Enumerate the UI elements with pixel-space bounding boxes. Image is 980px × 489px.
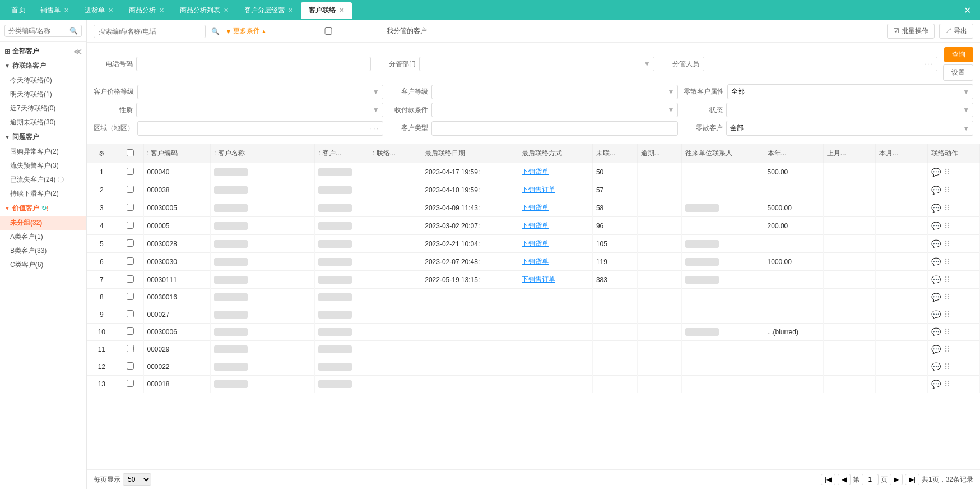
customer-level-input[interactable]: ▼ (431, 85, 679, 99)
chat-icon[interactable]: 💬 (931, 257, 941, 266)
value-item-3[interactable]: C类客户(6) (0, 258, 86, 272)
problem-item-0[interactable]: 囤购异常客户(2) (0, 145, 86, 159)
last-way-link[interactable]: 下销售订单 (522, 275, 555, 283)
value-item-2[interactable]: B类客户(33) (0, 244, 86, 258)
chat-icon[interactable]: 💬 (931, 275, 941, 284)
reset-button[interactable]: 设置 (943, 64, 973, 81)
value-group-header[interactable]: ▼ 价值客户 ↻ ! (0, 201, 86, 216)
more-conditions-button[interactable]: ▼ 更多条件 ▲ (225, 26, 267, 36)
first-page-button[interactable]: |◀ (821, 474, 835, 485)
row-checkbox[interactable] (127, 222, 134, 229)
row-checkbox[interactable] (127, 293, 134, 300)
chat-icon[interactable]: 💬 (931, 186, 941, 195)
search-input[interactable] (94, 25, 206, 38)
chat-icon[interactable]: 💬 (931, 239, 941, 248)
more-icon[interactable]: ⠿ (944, 380, 950, 389)
sidebar-search-icon[interactable]: 🔍 (69, 27, 78, 35)
value-item-0[interactable]: 未分组(32) (0, 216, 86, 230)
chat-icon[interactable]: 💬 (931, 168, 941, 177)
chat-icon[interactable]: 💬 (931, 327, 941, 336)
pending-item-2[interactable]: 近7天待联络(0) (0, 102, 86, 116)
last-way-link[interactable]: 下销货单 (522, 257, 549, 265)
more-icon[interactable]: ⠿ (944, 168, 950, 177)
more-icon[interactable]: ⠿ (944, 310, 950, 319)
row-checkbox[interactable] (127, 168, 134, 175)
next-page-button[interactable]: ▶ (890, 474, 903, 485)
nav-tab-close-1[interactable]: ✕ (108, 7, 113, 14)
per-page-select[interactable]: 50 100 200 (123, 473, 151, 486)
more-icon[interactable]: ⠿ (944, 275, 950, 284)
refresh-icon[interactable]: ↻ (41, 205, 47, 212)
nav-tab-1[interactable]: 进货单✕ (77, 2, 121, 19)
pending-group-header[interactable]: ▼ 待联络客户 (0, 58, 86, 73)
my-customers-checkbox[interactable]: 我分管的客户 (272, 26, 427, 36)
value-item-1[interactable]: A类客户(1) (0, 230, 86, 244)
query-button[interactable]: 查询 (944, 47, 973, 62)
all-customers-header[interactable]: ⊞ 全部客户 ≪ (0, 42, 86, 58)
row-checkbox[interactable] (127, 345, 134, 352)
pending-item-0[interactable]: 今天待联络(0) (0, 73, 86, 87)
my-customers-check[interactable] (272, 27, 384, 35)
nav-tab-3[interactable]: 商品分析列表✕ (172, 2, 236, 19)
select-all-header[interactable] (117, 144, 143, 163)
pending-item-1[interactable]: 明天待联络(1) (0, 87, 86, 102)
problem-item-3[interactable]: 持续下滑客户(2) (0, 187, 86, 201)
row-checkbox[interactable] (127, 257, 134, 265)
more-icon[interactable]: ⠿ (944, 362, 950, 371)
nav-tab-2[interactable]: 商品分析✕ (121, 2, 172, 19)
nav-tab-close-3[interactable]: ✕ (224, 7, 229, 14)
more-icon[interactable]: ⠿ (944, 327, 950, 336)
chat-icon[interactable]: 💬 (931, 222, 941, 230)
person-input[interactable]: ··· (703, 57, 937, 71)
nature-input[interactable]: ▼ (136, 103, 383, 117)
customer-type-input[interactable] (431, 121, 679, 136)
status-input[interactable]: ▼ (726, 103, 973, 117)
more-icon[interactable]: ⠿ (944, 257, 950, 266)
region-input[interactable]: ··· (137, 121, 383, 136)
more-icon[interactable]: ⠿ (944, 345, 950, 354)
phone-input[interactable] (136, 57, 371, 71)
batch-op-button[interactable]: ☑ 批量操作 (887, 24, 934, 39)
problem-group-header[interactable]: ▼ 问题客户 (0, 130, 86, 145)
select-all-checkbox[interactable] (127, 149, 134, 156)
chat-icon[interactable]: 💬 (931, 362, 941, 371)
close-all-button[interactable]: ✕ (959, 5, 976, 16)
payment-input[interactable]: ▼ (431, 103, 679, 117)
last-way-link[interactable]: 下销货单 (522, 239, 549, 247)
more-icon[interactable]: ⠿ (944, 222, 950, 230)
row-checkbox[interactable] (127, 310, 134, 317)
row-checkbox[interactable] (127, 204, 134, 211)
problem-item-2[interactable]: 已流失客户(24) ⓘ (0, 173, 86, 187)
home-tab[interactable]: 首页 (4, 2, 32, 19)
nav-tab-close-0[interactable]: ✕ (64, 7, 69, 14)
last-way-link[interactable]: 下销货单 (522, 222, 549, 229)
last-way-link[interactable]: 下销货单 (522, 168, 549, 176)
chat-icon[interactable]: 💬 (931, 204, 941, 213)
nav-tab-0[interactable]: 销售单✕ (32, 2, 77, 19)
nav-tab-close-4[interactable]: ✕ (288, 7, 293, 14)
nav-tab-close-5[interactable]: ✕ (339, 7, 344, 14)
prev-page-button[interactable]: ◀ (838, 474, 851, 485)
problem-item-1[interactable]: 流失预警客户(3) (0, 159, 86, 173)
chat-icon[interactable]: 💬 (931, 345, 941, 354)
settings-header[interactable]: ⚙ (87, 144, 117, 163)
last-way-link[interactable]: 下销售订单 (522, 186, 555, 193)
more-icon[interactable]: ⠿ (944, 239, 950, 248)
retail-attr-input[interactable]: 全部 ▼ (727, 84, 973, 99)
pending-item-3[interactable]: 逾期未联络(30) (0, 116, 86, 130)
nav-tab-4[interactable]: 客户分层经营✕ (236, 2, 301, 19)
nav-tab-close-2[interactable]: ✕ (159, 7, 164, 14)
more-icon[interactable]: ⠿ (944, 293, 950, 302)
row-checkbox[interactable] (127, 186, 134, 193)
more-icon[interactable]: ⠿ (944, 186, 950, 195)
row-checkbox[interactable] (127, 380, 134, 387)
dept-input[interactable]: ▼ (419, 57, 654, 71)
row-checkbox[interactable] (127, 327, 134, 335)
row-checkbox[interactable] (127, 239, 134, 247)
last-way-link[interactable]: 下销货单 (522, 204, 549, 211)
row-checkbox[interactable] (127, 362, 134, 370)
last-page-button[interactable]: ▶| (905, 474, 919, 485)
page-number-input[interactable] (862, 474, 879, 485)
price-level-input[interactable]: ▼ (137, 85, 383, 99)
search-icon[interactable]: 🔍 (211, 27, 220, 35)
